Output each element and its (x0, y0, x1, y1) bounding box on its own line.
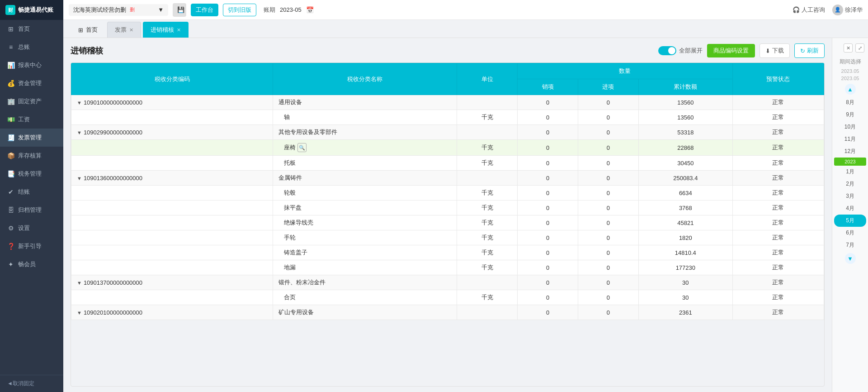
sidebar-item-member[interactable]: ✦ 畅会员 (0, 255, 63, 273)
table-row: 绝缘导线壳 千克 0 0 45821 正常 (71, 215, 824, 230)
cell-total: 250083.4 (638, 171, 732, 186)
month-item[interactable]: 5月 (834, 215, 866, 227)
sidebar-item-archive[interactable]: 🗄 归档管理 (0, 201, 63, 219)
collapse-icon[interactable]: ▼ (77, 280, 82, 286)
user-menu[interactable]: 👤 徐泽华 (832, 5, 863, 15)
tab-label: 发票 (115, 26, 127, 34)
cell-total: 1820 (638, 230, 732, 245)
month-list: 8月9月10月11月12月20231月2月3月4月5月6月7月 (834, 96, 866, 251)
period-up-arrow[interactable]: ▲ (845, 84, 856, 95)
month-item[interactable]: 12月 (834, 145, 866, 158)
period-down-arrow[interactable]: ▼ (845, 253, 856, 264)
cell-name: 通用设备 (273, 95, 457, 110)
sidebar-item-guide[interactable]: ❓ 新手引导 (0, 237, 63, 255)
period-year-1[interactable]: 2023.05 (834, 67, 866, 75)
month-item[interactable]: 2月 (834, 178, 866, 190)
sidebar-item-settings[interactable]: ⚙ 设置 (0, 219, 63, 237)
month-item[interactable]: 9月 (834, 109, 866, 121)
switch-version-button[interactable]: 切到旧版 (223, 4, 256, 16)
product-code-button[interactable]: 商品编码设置 (707, 44, 755, 57)
collapse-icon[interactable]: ▼ (77, 310, 82, 316)
period-value: 2023-05 (280, 6, 302, 13)
cell-status: 正常 (732, 275, 824, 290)
cell-name: 绝缘导线壳 (273, 215, 457, 230)
cell-total: 45821 (638, 215, 732, 230)
tab-invoice[interactable]: 发票 ✕ (107, 22, 141, 38)
close-panel-button[interactable]: ✕ (844, 43, 853, 53)
tab-home[interactable]: ⊞ 首页 (71, 22, 105, 38)
cell-name: 轮毂 (273, 186, 457, 201)
month-item[interactable]: 10月 (834, 121, 866, 133)
headphone-icon: 🎧 (793, 6, 800, 13)
download-button[interactable]: ⬇ 下载 (760, 43, 790, 58)
panel-controls: ✕ ⤢ (834, 42, 866, 56)
checkout-icon: ✔ (7, 188, 14, 196)
sidebar-item-ledger[interactable]: ≡ 总账 (0, 38, 63, 56)
sidebar-item-assets[interactable]: 🏢 固定资产 (0, 92, 63, 110)
unpin-button[interactable]: ◄取消固定 (0, 375, 63, 392)
sidebar-item-home[interactable]: ⊞ 首页 (0, 20, 63, 38)
data-table: 税收分类编码 税收分类名称 单位 数量 预警状态 销项 进项 累计数额 (71, 63, 824, 320)
sidebar-item-inventory[interactable]: 📦 库存核算 (0, 147, 63, 165)
period-down-arrows: ▼ (834, 251, 866, 266)
cell-sales: 0 (518, 95, 578, 110)
month-item[interactable]: 4月 (834, 202, 866, 215)
sidebar-item-salary[interactable]: 💵 工资 (0, 110, 63, 129)
sidebar-item-label: 资金管理 (18, 79, 42, 87)
sidebar-item-invoice[interactable]: 🧾 发票管理 (0, 129, 63, 147)
cell-code (71, 230, 273, 245)
cell-unit: 千克 (457, 110, 518, 125)
cell-unit: 千克 (457, 215, 518, 230)
dropdown-arrow-icon: ▼ (158, 6, 164, 13)
month-item[interactable]: 2023 (834, 158, 866, 166)
cell-code (71, 215, 273, 230)
month-item[interactable]: 11月 (834, 133, 866, 145)
cell-code (71, 156, 273, 171)
cell-unit: 千克 (457, 140, 518, 156)
close-active-tab-icon[interactable]: ✕ (177, 27, 181, 33)
sidebar-item-label: 工资 (18, 115, 30, 124)
period-year-2[interactable]: 2023.05 (834, 75, 866, 82)
col-quantity-group: 数量 (518, 63, 733, 79)
expand-panel-button[interactable]: ⤢ (855, 43, 864, 53)
sidebar-item-report[interactable]: 📊 报表中心 (0, 56, 63, 74)
month-item[interactable]: 6月 (834, 227, 866, 239)
month-item[interactable]: 1月 (834, 166, 866, 178)
sidebar-item-label: 发票管理 (18, 134, 42, 142)
collapse-icon[interactable]: ▼ (77, 100, 82, 105)
archive-icon: 🗄 (7, 206, 14, 214)
cell-status: 正常 (732, 140, 824, 156)
sidebar-item-capital[interactable]: 💰 资金管理 (0, 74, 63, 92)
cell-purchase: 0 (578, 186, 638, 201)
table-row: 托板 千克 0 0 30450 正常 (71, 156, 824, 171)
cell-unit: 千克 (457, 230, 518, 245)
cell-name: 其他专用设备及零部件 (273, 125, 457, 140)
cell-status: 正常 (732, 125, 824, 140)
workspace-button[interactable]: 工作台 (191, 4, 218, 16)
month-item[interactable]: 8月 (834, 96, 866, 109)
cell-status: 正常 (732, 305, 824, 320)
sidebar-item-tax[interactable]: 📑 税务管理 (0, 165, 63, 183)
company-selector[interactable]: 沈海英测试经营勿删 删 ▼ (69, 4, 168, 16)
table-row: 地漏 千克 0 0 177230 正常 (71, 260, 824, 275)
cell-name: 座椅🔍 (273, 140, 457, 156)
calendar-icon[interactable]: 📅 (306, 6, 314, 14)
refresh-button[interactable]: ↻ 刷新 (794, 43, 825, 58)
collapse-icon[interactable]: ▼ (77, 176, 82, 181)
tab-reconcile[interactable]: 进销稽核 ✕ (143, 22, 189, 38)
sidebar-item-checkout[interactable]: ✔ 结账 (0, 183, 63, 201)
close-tab-icon[interactable]: ✕ (129, 27, 133, 33)
cell-name: 锻件、粉末冶金件 (273, 275, 457, 290)
cell-sales: 0 (518, 230, 578, 245)
month-item[interactable]: 3月 (834, 190, 866, 202)
month-item[interactable]: 7月 (834, 239, 866, 251)
period-label: 账期 (264, 6, 275, 14)
search-icon[interactable]: 🔍 (297, 143, 307, 152)
cell-name: 地漏 (273, 260, 457, 275)
collapse-icon[interactable]: ▼ (77, 130, 82, 135)
service-button[interactable]: 🎧 人工咨询 (793, 6, 825, 14)
cell-code: ▼109013700000000000 (71, 275, 273, 290)
sidebar-item-label: 新手引导 (18, 242, 42, 250)
expand-toggle[interactable] (658, 46, 676, 55)
save-button[interactable]: 💾 (173, 3, 186, 17)
